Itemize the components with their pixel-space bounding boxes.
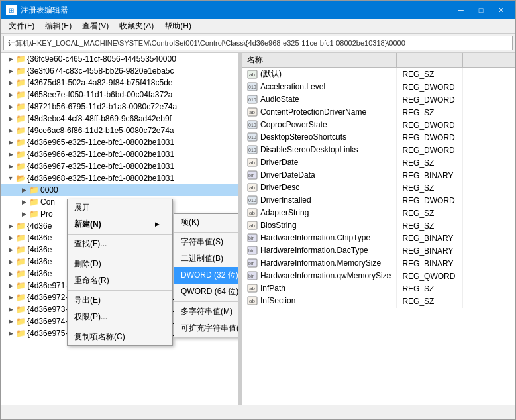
table-row[interactable]: abInfSection REG_SZ (242, 295, 515, 308)
folder-icon: 📁 (15, 162, 26, 171)
sub-string-label: 字符串值(S) (181, 236, 223, 248)
table-row[interactable]: abBiosString REG_SZ (242, 220, 515, 233)
cell-type: REG_BINARY (397, 245, 463, 258)
reg-name: DriverInstalled (260, 195, 311, 205)
close-button[interactable]: ✕ (491, 3, 510, 17)
ctx-delete[interactable]: 删除(D) (68, 256, 172, 272)
tree-item[interactable]: ▶ 📁 {4d36e965-e325-11ce-bfc1-08002be1031 (1, 136, 238, 148)
table-row[interactable]: binHardwareInformation.qwMemorySize REG_… (242, 270, 515, 283)
tree-item[interactable]: ▶ 📁 {48d3ebc4-4cf8-48ff-b869-9c68ad42eb9… (1, 113, 238, 125)
reg-icon: binHardwareInformation.qwMemorySize (247, 271, 391, 280)
table-row[interactable]: abAdapterString REG_SZ (242, 207, 515, 220)
tree-item[interactable]: ▶ 📁 {48721b56-6795-11d2-b1a8-0080c72e74a (1, 101, 238, 113)
cell-name: abInfSection (242, 295, 397, 308)
ctx-find[interactable]: 查找(F)... (68, 236, 172, 252)
table-row[interactable]: 010CoprocPowerState REG_DWORD (242, 119, 515, 132)
cell-type: REG_DWORD (397, 195, 463, 207)
table-row[interactable]: binHardwareInformation.MemorySize REG_BI… (242, 258, 515, 270)
table-row[interactable]: abContentProtectionDriverName REG_SZ (242, 107, 515, 119)
menu-file[interactable]: 文件(F) (3, 19, 40, 33)
reg-name: DriverDate (260, 158, 298, 167)
cell-data (463, 283, 515, 295)
sub-dword[interactable]: DWORD (32 位)值(D) (174, 267, 239, 284)
table-row[interactable]: abDriverDate REG_SZ (242, 157, 515, 170)
table-row[interactable]: 010AudioState REG_DWORD (242, 94, 515, 107)
menu-view[interactable]: 查看(V) (77, 19, 114, 33)
ctx-rename[interactable]: 重命名(R) (68, 272, 172, 289)
tree-item[interactable]: ▶ 📁 {43675d81-502a-4a82-9f84-b75f418c5de (1, 77, 238, 89)
menu-edit[interactable]: 编辑(E) (40, 19, 77, 33)
tree-item[interactable]: ▶ 📁 {4d36e967-e325-11ce-bfc1-08002be1031 (1, 160, 238, 172)
maximize-button[interactable]: □ (472, 3, 490, 17)
table-row[interactable]: binHardwareInformation.DacType REG_BINAR… (242, 245, 515, 258)
cell-name: binHardwareInformation.ChipType (242, 233, 397, 245)
cell-type: REG_SZ (397, 207, 463, 220)
tree-item[interactable]: ▶ 📁 {3e3f0674-c83c-4558-bb26-9820e1eba5c (1, 65, 238, 77)
tree-arrow: ▶ (6, 305, 15, 314)
table-row[interactable]: 010DisableStereoDesktopLinks REG_DWORD (242, 144, 515, 157)
tree-item[interactable]: ▶ 📁 {4d36e966-e325-11ce-bfc1-08002be1031 (1, 148, 238, 160)
reg-name: HardwareInformation.MemorySize (260, 258, 381, 268)
table-row[interactable]: binDriverDateData REG_BINARY (242, 170, 515, 182)
ctx-separator-4 (68, 327, 172, 327)
folder-icon: 📁 (15, 54, 26, 64)
folder-icon: 📁 (15, 221, 26, 231)
tree-label-0000: 0000 (40, 185, 58, 195)
folder-icon-open: 📂 (15, 174, 26, 183)
reg-icon: 010DesktopStereoShortcuts (247, 132, 346, 142)
ctx-delete-label: 删除(D) (74, 258, 101, 270)
ctx-new[interactable]: 新建(N) ▶ (68, 216, 172, 233)
table-row[interactable]: abDriverDesc REG_SZ (242, 182, 515, 195)
table-row[interactable]: 010DesktopStereoShortcuts REG_DWORD (242, 132, 515, 144)
svg-text:010: 010 (248, 148, 256, 152)
folder-icon: 📁 (15, 293, 26, 302)
folder-icon: 📁 (28, 209, 39, 219)
tree-arrow: ▶ (6, 329, 15, 338)
tree-label: {4d36e968-e325-11ce-bfc1-08002be1031 (27, 174, 174, 183)
tree-item[interactable]: ▶ 📁 {49ce6ac8-6f86-11d2-b1e5-0080c72e74a (1, 125, 238, 136)
sub-expand-str[interactable]: 可扩充字符串值(E) (174, 320, 239, 337)
sub-string[interactable]: 字符串值(S) (174, 234, 239, 250)
sub-qword[interactable]: QWORD (64 位)值(Q) (174, 284, 239, 300)
cell-data (463, 182, 515, 195)
window-title: 注册表编辑器 (21, 5, 68, 16)
reg-icon: abContentProtectionDriverName (247, 107, 366, 117)
sub-multi[interactable]: 多字符串值(M) (174, 303, 239, 320)
ctx-expand[interactable]: 展开 (68, 199, 172, 216)
ctx-copy-name[interactable]: 复制项名称(C) (68, 329, 172, 345)
table-row[interactable]: ab(默认) REG_SZ (242, 68, 515, 81)
reg-name: ContentProtectionDriverName (260, 107, 366, 117)
sub-key[interactable]: 项(K) (174, 214, 239, 231)
tree-item-expanded[interactable]: ▼ 📂 {4d36e968-e325-11ce-bfc1-08002be1031 (1, 172, 238, 184)
menu-help[interactable]: 帮助(H) (159, 19, 197, 33)
minimize-button[interactable]: ─ (452, 3, 470, 17)
table-row[interactable]: 010DriverInstalled REG_DWORD (242, 195, 515, 207)
col-data (463, 53, 515, 68)
cell-data (463, 144, 515, 157)
cell-data (463, 68, 515, 81)
folder-icon: 📁 (15, 150, 26, 159)
tree-label: {4658ee7e-f050-11d1-b6bd-00c04fa372a (27, 90, 173, 99)
sub-binary[interactable]: 二进制值(B) (174, 250, 239, 267)
ctx-permissions[interactable]: 权限(P)... (68, 309, 172, 325)
ctx-export[interactable]: 导出(E) (68, 292, 172, 309)
tree-item[interactable]: ▶ 📁 {36fc9e60-c465-11cf-8056-44455354000… (1, 53, 238, 65)
tree-item-0000[interactable]: ▶ 📁 0000 (1, 184, 238, 196)
svg-text:ab: ab (249, 109, 255, 115)
cell-name: 010DesktopStereoShortcuts (242, 132, 397, 144)
menu-favorites[interactable]: 收藏夹(A) (114, 19, 159, 33)
cell-data (463, 157, 515, 170)
reg-icon: abBiosString (247, 221, 297, 230)
table-row[interactable]: 010Acceleration.Level REG_DWORD (242, 81, 515, 94)
table-row[interactable]: binHardwareInformation.ChipType REG_BINA… (242, 233, 515, 245)
tree-item[interactable]: ▶ 📁 {4658ee7e-f050-11d1-b6bd-00c04fa372a (1, 89, 238, 101)
reg-name: DisableStereoDesktopLinks (260, 145, 358, 154)
tree-label: {4d36e (27, 221, 52, 231)
cell-name: abDriverDate (242, 157, 397, 170)
svg-text:ab: ab (249, 185, 255, 191)
title-bar-controls: ─ □ ✕ (452, 3, 510, 17)
cell-type: REG_DWORD (397, 119, 463, 132)
submenu: 项(K) 字符串值(S) 二进制值(B) DWORD (32 位)值(D) QW… (174, 213, 239, 337)
table-row[interactable]: abInfPath REG_SZ (242, 283, 515, 295)
reg-icon: 010Acceleration.Level (247, 82, 325, 91)
